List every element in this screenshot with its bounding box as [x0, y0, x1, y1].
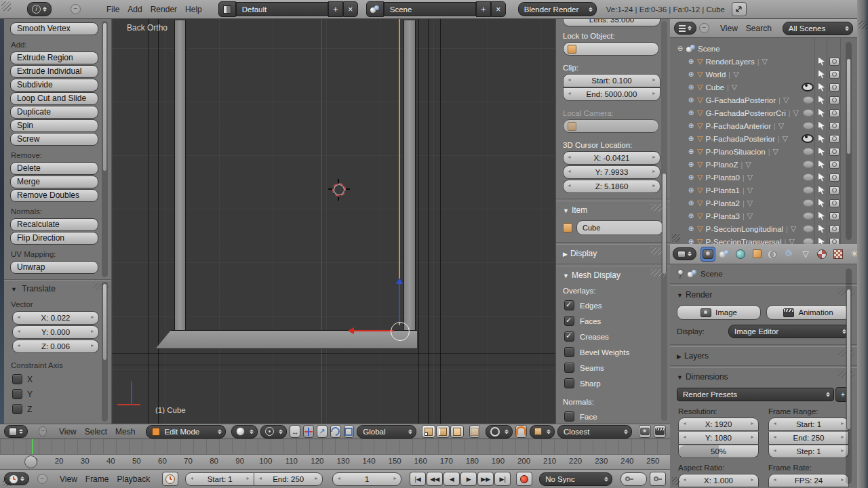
rotate-manipulator-button[interactable]: [330, 425, 341, 438]
constraint-axis-checkbox[interactable]: [12, 389, 22, 399]
expand-icon[interactable]: ⊕: [688, 148, 694, 155]
expand-icon[interactable]: ⊕: [688, 70, 694, 78]
limit-to-visible-button[interactable]: [469, 425, 480, 438]
collapse-menus-icon[interactable]: −: [37, 474, 47, 484]
timeline-menu-item[interactable]: View: [56, 474, 81, 484]
selectability-cursor-icon[interactable]: [818, 83, 825, 92]
tool-button[interactable]: Subdivide: [10, 79, 98, 92]
frame-start-field[interactable]: ◄Start: 1►: [185, 472, 254, 486]
clip-end-field[interactable]: ◄End: 5000.000►: [563, 87, 660, 101]
visibility-eye-icon[interactable]: [803, 148, 814, 155]
frame-end-field[interactable]: ◄End: 250►: [768, 432, 849, 445]
expand-icon[interactable]: ⊕: [688, 161, 694, 168]
frame-end-field[interactable]: ◄End: 250►: [254, 472, 323, 486]
outliner-item-row[interactable]: ⊕ ▽ G-FachadaPosteriorCri | ▽: [677, 106, 857, 119]
expand-icon[interactable]: ⊕: [688, 135, 694, 142]
decrement-arrow-icon[interactable]: ◄: [16, 343, 21, 348]
render-restrict-camera-icon[interactable]: [829, 212, 840, 220]
selectability-cursor-icon[interactable]: [818, 135, 825, 143]
delete-scene-button[interactable]: ×: [491, 1, 506, 17]
outliner-menu-item[interactable]: Search: [742, 24, 776, 33]
expand-icon[interactable]: ⊕: [688, 212, 694, 220]
render-restrict-camera-icon[interactable]: [829, 174, 840, 182]
increment-arrow-icon[interactable]: ►: [90, 314, 95, 319]
visibility-eye-icon[interactable]: [803, 109, 814, 117]
display-panel-header[interactable]: ▶Display: [556, 245, 670, 258]
vector-number-field[interactable]: ◄ Y: 0.000 ►: [12, 325, 99, 339]
expand-icon[interactable]: ⊕: [688, 122, 694, 129]
current-frame-field[interactable]: ◄1►: [332, 472, 401, 486]
expand-icon[interactable]: ⊕: [688, 58, 694, 65]
properties-scrollbar[interactable]: [846, 268, 852, 484]
scrollbar-thumb[interactable]: [102, 283, 107, 361]
tool-button[interactable]: Duplicate: [10, 106, 98, 119]
selectability-cursor-icon[interactable]: [818, 58, 825, 66]
selectability-cursor-icon[interactable]: [818, 96, 825, 104]
vertex-select-button[interactable]: [422, 425, 435, 438]
tool-button[interactable]: Unwrap: [10, 261, 98, 274]
viewport-menu-item[interactable]: Mesh: [111, 427, 139, 436]
frame-start-field[interactable]: ◄Start: 1►: [768, 418, 849, 431]
render-engine-dropdown[interactable]: Blender Render: [518, 2, 597, 16]
add-layout-button[interactable]: +: [328, 1, 343, 17]
visibility-eye-icon[interactable]: [803, 225, 814, 232]
corner-grip[interactable]: [3, 478, 11, 486]
corner-grip[interactable]: [672, 477, 680, 485]
scrollbar-thumb[interactable]: [662, 173, 667, 274]
properties-tab[interactable]: [717, 247, 732, 262]
scrollbar-thumb[interactable]: [846, 58, 851, 155]
selectability-cursor-icon[interactable]: [818, 225, 825, 233]
timeline-canvas[interactable]: [0, 439, 670, 454]
decrement-arrow-icon[interactable]: ◄: [16, 314, 21, 319]
lens-field-partial[interactable]: Lens: 35.000: [563, 19, 660, 26]
tool-button[interactable]: Loop Cut and Slide: [10, 92, 98, 105]
tool-button[interactable]: Spin: [10, 119, 98, 132]
viewport-menu-item[interactable]: View: [55, 427, 81, 436]
render-animation-button[interactable]: Animation: [766, 305, 850, 320]
properties-tab[interactable]: [798, 247, 813, 262]
item-name-field[interactable]: Cube: [576, 220, 663, 235]
layers-panel-header[interactable]: ▶Layers: [670, 347, 857, 361]
expand-icon[interactable]: ⊕: [688, 225, 694, 232]
tool-button[interactable]: Remove Doubles: [10, 189, 98, 202]
orientation-dropdown[interactable]: Global: [357, 425, 416, 439]
expand-icon[interactable]: ⊕: [688, 174, 694, 181]
display-dropdown[interactable]: Image Editor: [728, 325, 850, 338]
collapse-icon[interactable]: ⊖: [677, 45, 684, 52]
overlay-checkbox[interactable]: [564, 300, 574, 310]
snap-toggle-button[interactable]: [515, 425, 527, 438]
menubar-item[interactable]: File: [102, 5, 123, 14]
editor-type-outliner-button[interactable]: [674, 22, 696, 35]
render-restrict-camera-icon[interactable]: [829, 109, 840, 117]
collapse-menus-icon[interactable]: −: [71, 4, 81, 14]
tool-button[interactable]: Extrude Individual: [10, 65, 98, 78]
selectability-cursor-icon[interactable]: [818, 199, 825, 207]
timeline-menu-item[interactable]: Playback: [113, 474, 154, 484]
current-frame-knob[interactable]: [24, 455, 37, 468]
outliner-menu-item[interactable]: View: [716, 24, 742, 33]
render-restrict-camera-icon[interactable]: [829, 135, 840, 143]
insert-keyframe-button[interactable]: [650, 472, 666, 486]
outliner-item-row[interactable]: ⊕ ▽ P-Planta3 | ▽: [677, 209, 857, 222]
shading-dropdown[interactable]: [231, 425, 258, 439]
outliner-item-row[interactable]: ⊕ ▽ P-Planta0 | ▽: [677, 171, 857, 184]
render-presets-dropdown[interactable]: Render Presets: [677, 388, 834, 401]
editor-type-3dview-button[interactable]: [4, 425, 28, 438]
decrement-arrow-icon[interactable]: ◄: [16, 329, 21, 333]
menubar-item[interactable]: Add: [123, 5, 146, 14]
overlay-checkbox[interactable]: [564, 316, 574, 326]
expand-icon[interactable]: ⊕: [688, 83, 694, 91]
visibility-eye-icon[interactable]: [803, 122, 814, 129]
outliner-item-row[interactable]: ⊕ ▽ Cube | ▽: [677, 81, 857, 94]
use-preview-range-button[interactable]: [162, 472, 178, 486]
corner-grip[interactable]: [672, 234, 680, 242]
window-duplicate-button[interactable]: [732, 2, 747, 16]
lock-to-object-field[interactable]: [563, 42, 659, 56]
editor-type-info-button[interactable]: i: [27, 2, 52, 16]
pivot-align-toggle[interactable]: ↔: [290, 425, 300, 438]
playback-button[interactable]: ▶▶: [477, 472, 494, 486]
tool-shelf-scrollbar[interactable]: [102, 21, 108, 277]
manipulator-center[interactable]: [391, 322, 410, 341]
outliner-item-row[interactable]: ⊕ ▽ RenderLayers | ▽: [677, 55, 857, 68]
pivot-dropdown[interactable]: [260, 425, 287, 439]
